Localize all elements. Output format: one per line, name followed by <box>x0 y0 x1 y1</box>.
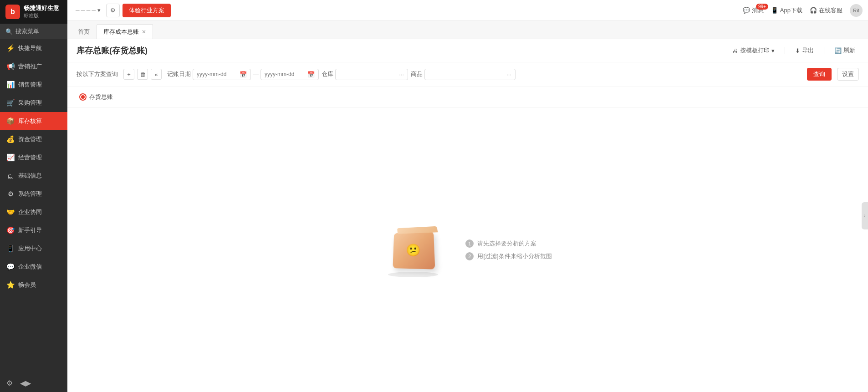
sidebar-item-app-center[interactable]: 📱 应用中心 <box>0 239 67 258</box>
product-select[interactable]: ··· <box>424 69 516 80</box>
empty-tip-2: 2 用[过滤]条件来缩小分析范围 <box>465 252 551 260</box>
sidebar-item-basic-info[interactable]: 🗂 基础信息 <box>0 167 67 185</box>
system-icon: ⚙ <box>6 190 15 198</box>
collapse-icon[interactable]: ◀▶ <box>20 379 31 387</box>
user-avatar[interactable]: Rit <box>850 4 863 17</box>
online-service-label: 在线客服 <box>819 6 842 15</box>
wechat-label: 企业微信 <box>18 263 42 271</box>
basic-info-label: 基础信息 <box>18 172 42 180</box>
marketing-icon: 📢 <box>6 62 15 71</box>
sidebar-item-cooperation[interactable]: 🤝 企业协同 <box>0 203 67 221</box>
warehouse-more-icon[interactable]: ··· <box>399 71 404 78</box>
sidebar-item-sales[interactable]: 📊 销售管理 <box>0 76 67 94</box>
search-menu-label: 搜索菜单 <box>15 27 39 36</box>
date-to-input[interactable]: 📅 <box>260 69 319 80</box>
filter-label: 按以下方案查询 <box>77 70 118 78</box>
headset-icon: 🎧 <box>810 7 817 14</box>
date-field-label: 记账日期 <box>167 70 191 78</box>
collapse-filter-btn[interactable]: « <box>151 69 162 80</box>
product-more-icon[interactable]: ··· <box>506 71 511 78</box>
sidebar-item-inventory[interactable]: 📦 库存核算 <box>0 112 67 130</box>
tab-inventory-cost[interactable]: 库存成本总账 ✕ <box>97 24 153 39</box>
divider-2 <box>824 47 824 54</box>
operations-icon: 📈 <box>6 153 15 162</box>
gear-button[interactable]: ⚙ <box>106 4 120 17</box>
empty-illustration: 😕 <box>383 223 447 277</box>
tab-close-icon[interactable]: ✕ <box>142 29 146 35</box>
topbar: ─ ─ ─ ─ ▾ ⚙ 体验行业方案 💬 消息 99+ 📱 App下载 🎧 在线… <box>67 0 868 21</box>
content-area: 库存总账(存货总账) 🖨 按模板打印 ▾ ⬇ 导出 🔄 刷新 <box>67 39 868 392</box>
page-header: 库存总账(存货总账) 🖨 按模板打印 ▾ ⬇ 导出 🔄 刷新 <box>67 39 868 62</box>
tab-home[interactable]: 首页 <box>71 24 97 39</box>
gear-icon: ⚙ <box>110 7 116 14</box>
system-label: 系统管理 <box>18 190 42 198</box>
avatar-img: Rit <box>850 4 863 17</box>
industry-btn[interactable]: 体验行业方案 <box>123 4 171 17</box>
right-panel-toggle[interactable]: › <box>862 202 868 229</box>
filter-group: 记账日期 📅 — 📅 仓库 ··· <box>167 69 802 80</box>
logo-text: 畅捷通好生意 标准版 <box>24 5 59 19</box>
settings-footer-icon[interactable]: ⚙ <box>6 379 13 387</box>
warehouse-select[interactable]: ··· <box>335 69 408 80</box>
sidebar-search[interactable]: 🔍 搜索菜单 <box>0 24 67 39</box>
date-from-input[interactable]: 📅 <box>193 69 251 80</box>
print-template-btn[interactable]: 🖨 按模板打印 ▾ <box>729 45 778 56</box>
product-field-label: 商品 <box>411 70 423 78</box>
sidebar-item-marketing[interactable]: 📢 营销推广 <box>0 57 67 76</box>
app-center-icon: 📱 <box>6 244 15 253</box>
topbar-left: ─ ─ ─ ─ ▾ ⚙ 体验行业方案 <box>73 4 739 17</box>
tab-home-label: 首页 <box>78 28 90 36</box>
page-title: 库存总账(存货总账) <box>77 45 148 56</box>
warehouse-field-label: 仓库 <box>322 70 333 78</box>
panel-close-btn[interactable]: ✕ <box>843 45 850 55</box>
purchase-label: 采购管理 <box>18 99 42 107</box>
scheme-item-label: 存货总账 <box>89 93 113 101</box>
message-icon: 💬 <box>743 7 750 14</box>
date-from-field[interactable] <box>197 71 238 77</box>
sidebar-item-vip[interactable]: ⭐ 畅会员 <box>0 276 67 294</box>
app-center-label: 应用中心 <box>18 244 42 253</box>
inventory-icon: 📦 <box>6 117 15 125</box>
operations-label: 经营管理 <box>18 153 42 162</box>
vip-label: 畅会员 <box>18 281 36 289</box>
app-download-btn[interactable]: 📱 App下载 <box>771 6 802 15</box>
export-icon: ⬇ <box>795 47 800 54</box>
page-actions: 🖨 按模板打印 ▾ ⬇ 导出 🔄 刷新 <box>729 45 859 56</box>
empty-box: 😕 <box>393 232 435 270</box>
empty-shadow <box>388 272 438 277</box>
calendar-from-icon[interactable]: 📅 <box>240 71 247 78</box>
sidebar-item-wechat[interactable]: 💬 企业微信 <box>0 258 67 276</box>
sidebar-item-quick-nav[interactable]: ⚡ 快捷导航 <box>0 39 67 57</box>
sidebar-item-finance[interactable]: 💰 资金管理 <box>0 130 67 148</box>
wechat-icon: 💬 <box>6 263 15 271</box>
sidebar-item-purchase[interactable]: 🛒 采购管理 <box>0 94 67 112</box>
divider-1 <box>785 47 785 54</box>
delete-filter-btn[interactable]: 🗑 <box>137 69 148 80</box>
add-filter-btn[interactable]: + <box>123 69 134 80</box>
message-badge: 99+ <box>756 4 768 10</box>
message-btn[interactable]: 💬 消息 99+ <box>743 6 764 15</box>
query-btn[interactable]: 查询 <box>807 68 832 81</box>
sidebar-item-system[interactable]: ⚙ 系统管理 <box>0 185 67 203</box>
empty-box-face: 😕 <box>406 243 420 257</box>
sales-icon: 📊 <box>6 81 15 89</box>
finance-label: 资金管理 <box>18 135 42 143</box>
brand-name: 畅捷通好生意 <box>24 5 59 12</box>
export-btn[interactable]: ⬇ 导出 <box>791 45 817 56</box>
warehouse-filter-field: 仓库 ··· <box>322 69 408 80</box>
settings-btn[interactable]: 设置 <box>837 68 859 81</box>
scheme-selector[interactable]: ─ ─ ─ ─ ▾ <box>73 5 103 15</box>
sidebar-footer: ⚙ ◀▶ <box>0 374 67 392</box>
inventory-label: 库存核算 <box>18 117 42 125</box>
online-service-btn[interactable]: 🎧 在线客服 <box>810 6 842 15</box>
tab-inventory-cost-label: 库存成本总账 <box>103 28 139 36</box>
date-to-field[interactable] <box>265 71 306 77</box>
sidebar-item-operations[interactable]: 📈 经营管理 <box>0 148 67 167</box>
sidebar: b 畅捷通好生意 标准版 🔍 搜索菜单 ⚡ 快捷导航 📢 营销推广 📊 销售管理… <box>0 0 67 392</box>
vip-icon: ⭐ <box>6 281 15 289</box>
calendar-to-icon[interactable]: 📅 <box>307 71 315 78</box>
sidebar-logo: b 畅捷通好生意 标准版 <box>0 0 67 24</box>
sidebar-item-newbie[interactable]: 🎯 新手引导 <box>0 221 67 239</box>
scheme-item-inventory[interactable]: 存货总账 <box>75 90 861 104</box>
newbie-label: 新手引导 <box>18 226 42 234</box>
